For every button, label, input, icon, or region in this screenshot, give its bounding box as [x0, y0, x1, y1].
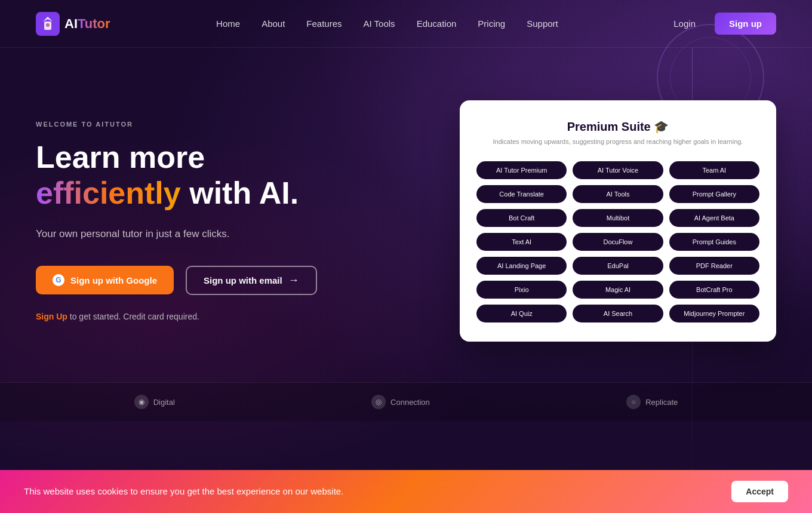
feature-pill: PDF Reader — [669, 257, 759, 275]
nav-link-pricing[interactable]: Pricing — [478, 19, 505, 29]
cookie-accept-button[interactable]: Accept — [731, 481, 788, 502]
footer-brand-icon-1: ◉ — [134, 395, 149, 409]
feature-pill: Midjourney Prompter — [669, 305, 759, 322]
hero-title-after: with AI. — [181, 176, 299, 210]
feature-pill: Prompt Guides — [669, 233, 759, 251]
feature-pill: AI Landing Page — [476, 257, 567, 275]
signup-email-button[interactable]: Sign up with email → — [186, 266, 317, 295]
cta-note-text: to get started. Credit card required. — [67, 312, 199, 321]
hero-badge: WELCOME TO AITUTOR — [36, 121, 346, 128]
feature-grid: AI Tutor PremiumAI Tutor VoiceTeam AICod… — [476, 161, 759, 322]
footer-brand-3: ○ Replicate — [626, 395, 678, 409]
feature-pill: DocuFlow — [573, 233, 663, 251]
feature-pill: BotCraft Pro — [669, 281, 759, 299]
nav-link-support[interactable]: Support — [527, 19, 558, 29]
signup-email-label: Sign up with email — [204, 275, 282, 285]
feature-pill: Pixio — [476, 281, 567, 299]
feature-pill: AI Tools — [573, 185, 663, 203]
svg-point-2 — [46, 23, 50, 27]
footer-brand-icon-3: ○ — [626, 395, 641, 409]
feature-pill: Code Translate — [476, 185, 567, 203]
feature-pill: Multibot — [573, 209, 663, 227]
nav-signup-button[interactable]: Sign up — [715, 13, 776, 35]
cookie-message: This website uses cookies to ensure you … — [24, 485, 343, 499]
hero-buttons: G Sign up with Google Sign up with email… — [36, 266, 346, 295]
premium-card: Premium Suite 🎓 Indicates moving upwards… — [460, 100, 776, 341]
feature-pill: AI Quiz — [476, 305, 567, 322]
footer-brand-label-1: Digital — [153, 398, 175, 407]
premium-title: Premium Suite 🎓 — [476, 119, 759, 134]
hero-subtitle: Your own personal tutor in just a few cl… — [36, 226, 346, 242]
feature-pill: AI Agent Beta — [669, 209, 759, 227]
feature-pill: Prompt Gallery — [669, 185, 759, 203]
nav-link-education[interactable]: Education — [417, 19, 457, 29]
google-icon: G — [53, 274, 64, 286]
nav-link-ai-tools[interactable]: AI Tools — [364, 19, 395, 29]
hero-cta-note: Sign Up to get started. Credit card requ… — [36, 312, 346, 321]
premium-subtitle: Indicates moving upwards, suggesting pro… — [476, 137, 759, 146]
hero-title-before: Learn more — [36, 140, 205, 174]
feature-pill: AI Tutor Premium — [476, 161, 567, 179]
cta-note-link[interactable]: Sign Up — [36, 312, 67, 321]
feature-pill: AI Search — [573, 305, 663, 322]
footer-brand-label-2: Connection — [390, 398, 430, 407]
hero-left: WELCOME TO AITUTOR Learn more efficientl… — [36, 121, 346, 321]
signup-google-label: Sign up with Google — [70, 275, 157, 285]
feature-pill: Text AI — [476, 233, 567, 251]
nav-link-features[interactable]: Features — [306, 19, 342, 29]
feature-pill: EduPal — [573, 257, 663, 275]
footer-brand-2: ◎ Connection — [371, 395, 430, 409]
logo[interactable]: AITutor — [36, 12, 110, 36]
premium-card-header: Premium Suite 🎓 Indicates moving upwards… — [476, 119, 759, 146]
footer-strip: ◉ Digital ◎ Connection ○ Replicate — [0, 382, 812, 421]
arrow-right-icon: → — [288, 274, 299, 287]
footer-brand-1: ◉ Digital — [134, 395, 175, 409]
feature-pill: Magic AI — [573, 281, 663, 299]
hero-title: Learn more efficiently with AI. — [36, 140, 346, 211]
signup-google-button[interactable]: G Sign up with Google — [36, 266, 174, 294]
login-button[interactable]: Login — [664, 14, 705, 33]
nav-link-home[interactable]: Home — [216, 19, 240, 29]
footer-brand-icon-2: ◎ — [371, 395, 386, 409]
hero-section: WELCOME TO AITUTOR Learn more efficientl… — [0, 48, 812, 382]
nav-link-about[interactable]: About — [262, 19, 285, 29]
feature-pill: AI Tutor Voice — [573, 161, 663, 179]
feature-pill: Team AI — [669, 161, 759, 179]
feature-pill: Bot Craft — [476, 209, 567, 227]
cookie-banner: This website uses cookies to ensure you … — [0, 470, 812, 513]
logo-text: AITutor — [64, 16, 110, 32]
nav-links: HomeAboutFeaturesAI ToolsEducationPricin… — [216, 19, 558, 29]
nav-actions: Login Sign up — [664, 13, 776, 35]
hero-title-highlight: efficiently — [36, 176, 181, 210]
footer-brand-label-3: Replicate — [645, 398, 678, 407]
logo-icon — [36, 12, 60, 36]
